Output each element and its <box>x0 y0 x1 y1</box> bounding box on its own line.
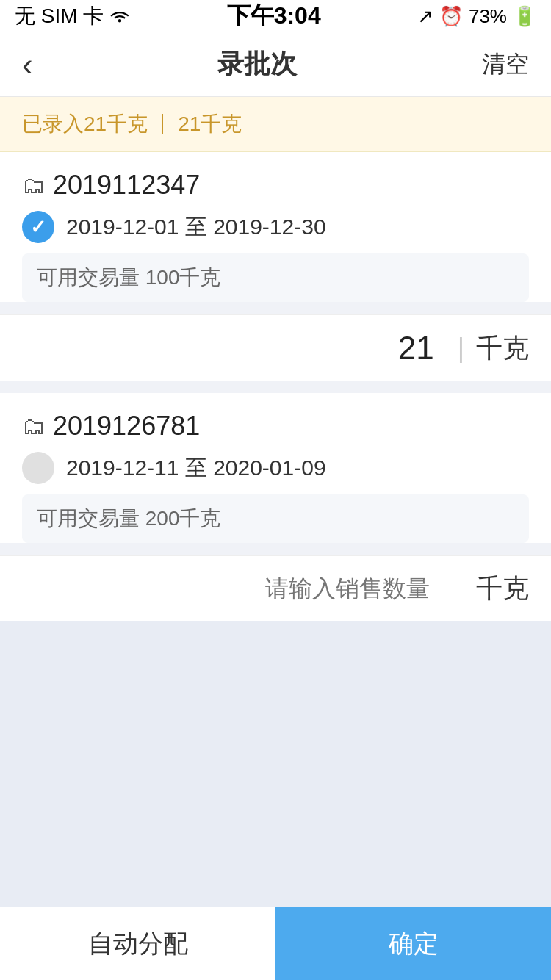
batch1-qty-row: 21 | 千克 <box>0 314 551 381</box>
batch1-qty-unit: 千克 <box>476 331 529 367</box>
no-sim-text: 无 SIM 卡 <box>15 2 104 30</box>
banner-divider <box>162 114 163 134</box>
batch2-date: 2019-12-11 至 2020-01-09 <box>66 453 326 483</box>
batch2-number: 2019126781 <box>53 411 200 442</box>
recorded-label: 已录入21千克 <box>22 110 148 138</box>
battery-text: 73% <box>469 5 507 28</box>
battery-icon: 🔋 <box>513 5 536 28</box>
batch2-radio[interactable] <box>22 452 54 484</box>
batch2-qty-input-row: 千克 <box>0 555 551 621</box>
batch-item-1: 🗂 2019112347 ✓ 2019-12-01 至 2019-12-30 可… <box>0 152 551 302</box>
page-title: 录批次 <box>217 46 297 82</box>
clear-button[interactable]: 清空 <box>482 48 529 81</box>
recorded-value: 21千克 <box>178 110 242 138</box>
status-right: ↗ ⏰ 73% 🔋 <box>417 5 536 28</box>
batch1-date-row[interactable]: ✓ 2019-12-01 至 2019-12-30 <box>22 211 529 243</box>
batch2-avail: 可用交易量 200千克 <box>22 494 529 543</box>
batch2-date-row[interactable]: 2019-12-11 至 2020-01-09 <box>22 452 529 484</box>
batch2-header: 🗂 2019126781 <box>22 411 529 442</box>
wifi-icon <box>109 4 130 28</box>
alarm-icon: ⏰ <box>439 5 463 28</box>
auto-distribute-button[interactable]: 自动分配 <box>0 907 276 980</box>
batch1-radio[interactable]: ✓ <box>22 211 54 243</box>
batch-item-2: 🗂 2019126781 2019-12-11 至 2020-01-09 可用交… <box>0 393 551 543</box>
confirm-button[interactable]: 确定 <box>276 907 551 980</box>
status-left: 无 SIM 卡 <box>15 2 130 30</box>
status-time: 下午3:04 <box>227 0 321 32</box>
empty-area <box>0 621 551 915</box>
batch1-avail: 可用交易量 100千克 <box>22 253 529 302</box>
batch1-icon: 🗂 <box>22 172 46 199</box>
status-bar: 无 SIM 卡 下午3:04 ↗ ⏰ 73% 🔋 <box>0 0 551 32</box>
batch1-qty-value: 21 <box>398 330 434 367</box>
batch2-icon: 🗂 <box>22 413 46 440</box>
location-icon: ↗ <box>417 5 433 28</box>
batch1-header: 🗂 2019112347 <box>22 170 529 201</box>
batch1-date: 2019-12-01 至 2019-12-30 <box>66 212 326 242</box>
batch1-checkmark: ✓ <box>30 216 46 239</box>
info-banner: 已录入21千克 21千克 <box>0 97 551 152</box>
bottom-bar: 自动分配 确定 <box>0 907 551 980</box>
section-divider <box>0 381 551 393</box>
batch1-number: 2019112347 <box>53 170 200 201</box>
batch2-qty-input[interactable] <box>22 575 441 602</box>
nav-bar: ‹ 录批次 清空 <box>0 32 551 97</box>
back-button[interactable]: ‹ <box>22 48 33 81</box>
batch2-qty-unit: 千克 <box>476 571 529 607</box>
